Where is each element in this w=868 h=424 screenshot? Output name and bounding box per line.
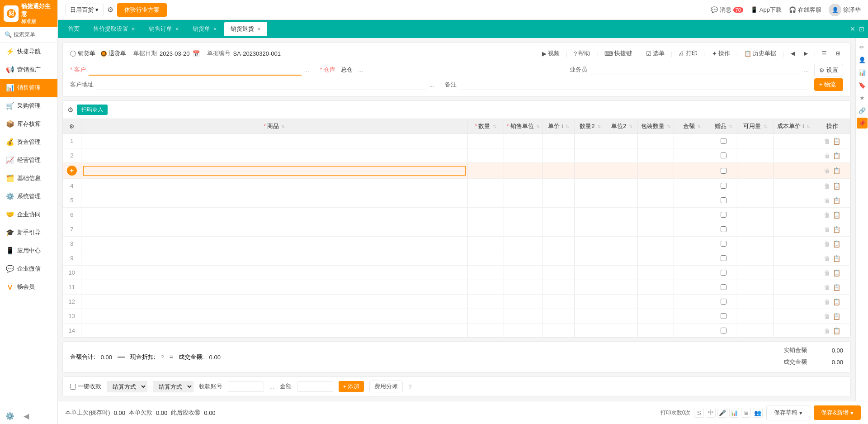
price-info-icon[interactable]: ℹ	[561, 124, 563, 129]
sidebar-item-marketing[interactable]: 📢 营销推广	[0, 61, 57, 79]
action-operation[interactable]: ✦ 操作	[709, 48, 733, 58]
rp-user-icon[interactable]: 👤	[857, 54, 868, 65]
sidebar-item-quick-nav[interactable]: ⚡ 快捷导航	[0, 43, 57, 61]
del-9[interactable]: 🗑	[824, 255, 830, 262]
rp-star-icon[interactable]: ★	[857, 92, 868, 103]
industry-selector[interactable]: 日用百货 ▾	[65, 4, 104, 16]
sort-amount-icon[interactable]: ⇅	[697, 124, 701, 129]
product-input-3[interactable]	[83, 166, 466, 176]
gift-checkbox-3[interactable]	[721, 168, 726, 174]
sort-price-icon[interactable]: ⇅	[566, 124, 569, 129]
copy-row-icon-2[interactable]: 📋	[833, 152, 840, 159]
del-4[interactable]: 🗑	[824, 182, 830, 190]
delete-row-icon-2[interactable]: 🗑	[824, 152, 830, 159]
gift-checkbox-2[interactable]	[721, 152, 726, 158]
cost-info-icon[interactable]: ℹ	[802, 124, 804, 129]
sidebar-item-inventory[interactable]: 📦 库存核算	[0, 115, 57, 133]
sidebar-item-purchase[interactable]: 🛒 采购管理	[0, 97, 57, 115]
del-12[interactable]: 🗑	[824, 298, 830, 305]
add-payment-btn[interactable]: + 添加	[339, 381, 364, 392]
del-11[interactable]: 🗑	[824, 284, 830, 291]
action-print[interactable]: 🖨 打印	[676, 48, 700, 58]
sort-available-icon[interactable]: ⇅	[764, 124, 767, 129]
copy-11[interactable]: 📋	[833, 284, 840, 291]
rp-active-icon[interactable]: 📌	[857, 118, 868, 129]
topbar-gear-icon[interactable]: ⚙	[107, 5, 113, 14]
gear-icon[interactable]: ⚙	[69, 123, 75, 130]
expand-window-icon[interactable]: ⊡	[859, 25, 864, 33]
sort-unit-icon[interactable]: ⇅	[536, 124, 540, 129]
tab-price-extract[interactable]: 售价提取设置 ✕	[87, 22, 142, 36]
settlement-method-select[interactable]: 结算方式	[107, 381, 147, 392]
copy-row-icon-3[interactable]: 📋	[833, 167, 840, 174]
online-service-btn[interactable]: 🎧 在线客服	[789, 6, 821, 14]
del-5[interactable]: 🗑	[824, 197, 830, 204]
gift-checkbox-8[interactable]	[721, 241, 726, 247]
tab-close-sales-bill[interactable]: ✕	[213, 26, 217, 32]
gift-checkbox-7[interactable]	[721, 226, 726, 232]
message-btn[interactable]: 💬 消息 70	[711, 6, 743, 14]
salesperson-input[interactable]	[590, 64, 801, 75]
copy-4[interactable]: 📋	[833, 182, 840, 190]
tab-sales-order[interactable]: 销售订单 ✕	[142, 22, 185, 36]
del-7[interactable]: 🗑	[824, 226, 830, 233]
rp-bookmark-icon[interactable]: 🔖	[857, 80, 868, 91]
one-click-payment-checkbox[interactable]: 一键收款	[70, 382, 101, 391]
collapse-icon[interactable]: ◀	[24, 412, 29, 420]
sidebar-item-finance[interactable]: 💰 资金管理	[0, 133, 57, 151]
sort-product-icon[interactable]: ⇅	[281, 124, 285, 129]
save-draft-btn[interactable]: 保存草稿 ▾	[766, 405, 810, 420]
address-select-icon[interactable]: ...	[429, 81, 434, 88]
action-video[interactable]: ▶ 视频	[539, 48, 562, 58]
del-10[interactable]: 🗑	[824, 269, 830, 276]
sort-qty-icon[interactable]: ⇅	[493, 124, 496, 129]
action-shortcut[interactable]: ⌨ 快捷键	[602, 48, 635, 58]
gift-checkbox-12[interactable]	[721, 299, 726, 305]
remark-input[interactable]	[459, 79, 809, 90]
settings-icon[interactable]: ⚙️	[5, 412, 14, 420]
tab-close-sales-return[interactable]: ✕	[257, 26, 261, 32]
gift-checkbox-4[interactable]	[721, 183, 726, 189]
rp-chart-icon[interactable]: 📊	[857, 67, 868, 78]
sort-gift-icon[interactable]: ⇅	[729, 124, 732, 129]
copy-12[interactable]: 📋	[833, 298, 840, 305]
scan-input-btn[interactable]: 扫码录入	[77, 105, 108, 115]
sidebar-item-member[interactable]: V 畅会员	[0, 278, 57, 296]
sidebar-item-basic-info[interactable]: 🗂️ 基础信息	[0, 169, 57, 187]
table-settings-icon[interactable]: ⚙	[67, 106, 73, 114]
copy-5[interactable]: 📋	[833, 197, 840, 204]
tab-sales-return[interactable]: 销货退货 ✕	[224, 22, 267, 36]
sidebar-item-newbie[interactable]: 🎓 新手引导	[0, 224, 57, 242]
tab-sales-bill[interactable]: 销货单 ✕	[186, 22, 223, 36]
copy-13[interactable]: 📋	[833, 313, 840, 320]
action-view-grid[interactable]: ⊞	[833, 49, 843, 57]
radio-sale-bill[interactable]: 销货单	[70, 49, 95, 57]
experience-btn[interactable]: 体验行业方案	[117, 3, 167, 17]
delete-row-icon-1[interactable]: 🗑	[824, 138, 830, 145]
status-icon-4[interactable]: 📊	[729, 408, 739, 418]
del-8[interactable]: 🗑	[824, 240, 830, 248]
sidebar-item-operations[interactable]: 📈 经营管理	[0, 151, 57, 169]
calc-method-select[interactable]: 结算方式	[153, 381, 193, 392]
action-view-list[interactable]: ☰	[819, 49, 830, 57]
sort-pack-icon[interactable]: ⇅	[667, 124, 670, 129]
add-row-btn[interactable]: +	[67, 166, 77, 176]
sidebar-item-wechat[interactable]: 💬 企业微信	[0, 260, 57, 278]
copy-10[interactable]: 📋	[833, 269, 840, 276]
salesperson-select-icon[interactable]: ...	[804, 67, 809, 73]
calendar-icon[interactable]: 📅	[193, 50, 200, 57]
close-window-icon[interactable]: ✕	[850, 25, 855, 33]
cash-discount-help-icon[interactable]: ?	[161, 354, 164, 361]
copy-9[interactable]: 📋	[833, 255, 840, 262]
copy-row-icon-1[interactable]: 📋	[833, 138, 840, 145]
customer-select-icon[interactable]: ...	[304, 67, 309, 73]
sidebar-item-collab[interactable]: 🤝 企业协同	[0, 205, 57, 224]
tab-close-sales-order[interactable]: ✕	[175, 26, 179, 32]
status-icon-6[interactable]: 👥	[753, 408, 763, 418]
copy-14[interactable]: 📋	[833, 327, 840, 334]
sort-unit2-icon[interactable]: ⇅	[629, 124, 632, 129]
status-icon-1[interactable]: S	[694, 408, 704, 418]
copy-6[interactable]: 📋	[833, 211, 840, 219]
del-14[interactable]: 🗑	[824, 327, 830, 334]
gift-checkbox-11[interactable]	[721, 284, 726, 290]
